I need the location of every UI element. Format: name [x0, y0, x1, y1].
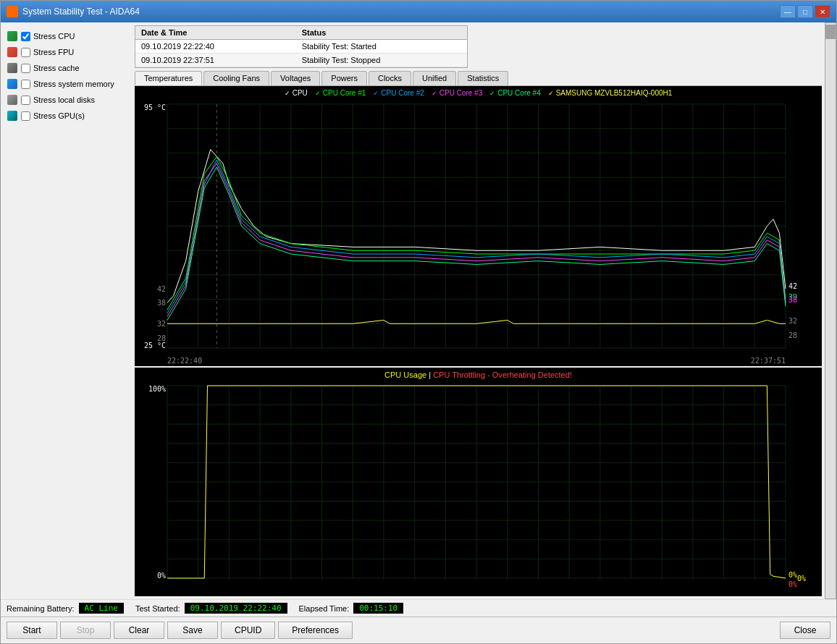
button-bar: Start Stop Clear Save CPUID Preferences …	[1, 617, 836, 643]
left-panel: Stress CPU Stress FPU Stress cache	[1, 22, 135, 599]
stress-cpu-item[interactable]: Stress CPU	[4, 28, 132, 44]
cpu-icon	[7, 30, 18, 42]
disk-icon	[7, 94, 18, 106]
tab-voltages[interactable]: Voltages	[271, 71, 320, 85]
tab-powers[interactable]: Powers	[321, 71, 367, 85]
test-started-label: Test Started:	[135, 604, 180, 613]
stress-disk-label: Stress local disks	[33, 96, 95, 104]
elapsed-label: Elapsed Time:	[299, 604, 350, 613]
content-area: Stress CPU Stress FPU Stress cache	[1, 22, 836, 599]
log-header-datetime: Date & Time	[135, 26, 296, 40]
stop-button[interactable]: Stop	[60, 622, 111, 639]
temp-chart-canvas	[135, 86, 822, 366]
stress-cpu-label: Stress CPU	[33, 32, 75, 41]
stress-cache-label: Stress cache	[33, 64, 80, 72]
cache-icon	[7, 62, 18, 74]
usage-chart: CPU Usage | CPU Throttling - Overheating…	[135, 368, 822, 596]
stress-disk-checkbox[interactable]	[21, 96, 30, 105]
start-button[interactable]: Start	[7, 622, 57, 639]
stress-gpu-item[interactable]: Stress GPU(s)	[4, 108, 132, 124]
battery-group: Remaining Battery: AC Line	[7, 603, 124, 614]
throttle-label: CPU Throttling - Overheating Detected!	[433, 370, 572, 379]
tab-clocks[interactable]: Clocks	[369, 71, 411, 85]
test-started-value: 09.10.2019 22:22:40	[185, 603, 287, 614]
legend-samsung: ✓ SAMSUNG MZVLB512HAIQ-000H1	[548, 89, 673, 97]
title-bar-left: System Stability Test - AIDA64	[7, 6, 140, 17]
legend-core3: ✓ CPU Core #3	[432, 89, 482, 97]
stress-system-item[interactable]: Stress system memory	[4, 76, 132, 92]
test-started-group: Test Started: 09.10.2019 22:22:40	[135, 603, 287, 614]
maximize-button[interactable]: □	[797, 5, 813, 18]
status-bar: Remaining Battery: AC Line Test Started:…	[1, 599, 836, 617]
right-panel: Date & Time Status 09.10.2019 22:22:40 S…	[135, 22, 825, 599]
main-window: System Stability Test - AIDA64 — □ ✕ Str…	[0, 0, 837, 644]
legend-core2-label: CPU Core #2	[381, 89, 424, 97]
legend-core3-label: CPU Core #3	[439, 89, 482, 97]
stress-gpu-label: Stress GPU(s)	[33, 111, 85, 120]
legend-core1-label: CPU Core #1	[323, 89, 366, 97]
battery-value: AC Line	[79, 603, 124, 614]
stress-cache-item[interactable]: Stress cache	[4, 60, 132, 76]
usage-chart-canvas	[135, 368, 822, 596]
tabs-container: Temperatures Cooling Fans Voltages Power…	[135, 71, 822, 86]
stress-fpu-item[interactable]: Stress FPU	[4, 44, 132, 60]
window-close-button[interactable]: ✕	[815, 5, 830, 18]
temperature-chart: ✓ CPU ✓ CPU Core #1 ✓ CPU Core #2 ✓	[135, 86, 822, 366]
stress-cache-checkbox[interactable]	[21, 64, 30, 73]
system-icon	[7, 78, 18, 90]
log-table: Date & Time Status 09.10.2019 22:22:40 S…	[135, 25, 468, 68]
tab-row: Temperatures Cooling Fans Voltages Power…	[135, 71, 822, 86]
tab-cooling[interactable]: Cooling Fans	[203, 71, 269, 85]
legend-core4-check: ✓	[489, 90, 495, 97]
legend-core1: ✓ CPU Core #1	[315, 89, 366, 97]
gpu-icon	[7, 110, 18, 122]
stress-system-label: Stress system memory	[33, 80, 114, 88]
log-row-1: 09.10.2019 22:22:40 Stability Test: Star…	[135, 40, 467, 54]
stress-gpu-checkbox[interactable]	[21, 111, 30, 121]
window-controls: — □ ✕	[780, 5, 830, 18]
vertical-scrollbar[interactable]	[825, 22, 836, 599]
cpu-usage-label: CPU Usage	[384, 370, 426, 379]
preferences-button[interactable]: Preferences	[278, 622, 353, 639]
log-status-1: Stability Test: Started	[296, 40, 467, 54]
stress-fpu-label: Stress FPU	[33, 48, 74, 56]
stress-fpu-checkbox[interactable]	[21, 48, 30, 57]
close-button[interactable]: Close	[780, 622, 830, 639]
window-title: System Stability Test - AIDA64	[22, 7, 140, 17]
stress-disk-item[interactable]: Stress local disks	[4, 92, 132, 108]
scrollbar-thumb[interactable]	[825, 25, 836, 39]
fpu-icon	[7, 46, 18, 58]
legend-core2-check: ✓	[373, 90, 379, 97]
log-row-2: 09.10.2019 22:37:51 Stability Test: Stop…	[135, 54, 467, 67]
log-datetime-2: 09.10.2019 22:37:51	[135, 54, 296, 67]
temp-chart-legend: ✓ CPU ✓ CPU Core #1 ✓ CPU Core #2 ✓	[135, 89, 822, 97]
tab-temperatures[interactable]: Temperatures	[135, 71, 202, 85]
legend-core3-check: ✓	[432, 90, 437, 97]
log-datetime-1: 09.10.2019 22:22:40	[135, 40, 296, 54]
stress-system-checkbox[interactable]	[21, 80, 30, 89]
log-status-2: Stability Test: Stopped	[296, 54, 467, 67]
legend-cpu-label: CPU	[293, 89, 308, 97]
minimize-button[interactable]: —	[780, 5, 796, 18]
stress-cpu-checkbox[interactable]	[21, 32, 30, 41]
save-button[interactable]: Save	[167, 622, 218, 639]
cpuid-button[interactable]: CPUID	[221, 622, 275, 639]
title-bar: System Stability Test - AIDA64 — □ ✕	[1, 1, 836, 22]
legend-cpu: ✓ CPU	[285, 89, 308, 97]
legend-core4-label: CPU Core #4	[497, 89, 540, 97]
legend-samsung-label: SAMSUNG MZVLB512HAIQ-000H1	[556, 89, 673, 97]
log-header-status: Status	[296, 26, 467, 40]
elapsed-group: Elapsed Time: 00:15:10	[299, 603, 404, 614]
elapsed-value: 00:15:10	[353, 603, 403, 614]
legend-core4: ✓ CPU Core #4	[489, 89, 540, 97]
usage-chart-title: CPU Usage | CPU Throttling - Overheating…	[135, 370, 822, 379]
legend-samsung-check: ✓	[548, 90, 554, 97]
battery-label: Remaining Battery:	[7, 604, 75, 613]
legend-cpu-check: ✓	[285, 90, 290, 97]
app-icon	[7, 6, 18, 17]
clear-button[interactable]: Clear	[114, 622, 164, 639]
charts-area: ✓ CPU ✓ CPU Core #1 ✓ CPU Core #2 ✓	[135, 86, 822, 596]
tab-unified[interactable]: Unified	[413, 71, 456, 85]
tab-statistics[interactable]: Statistics	[458, 71, 508, 85]
legend-core1-check: ✓	[315, 90, 321, 97]
